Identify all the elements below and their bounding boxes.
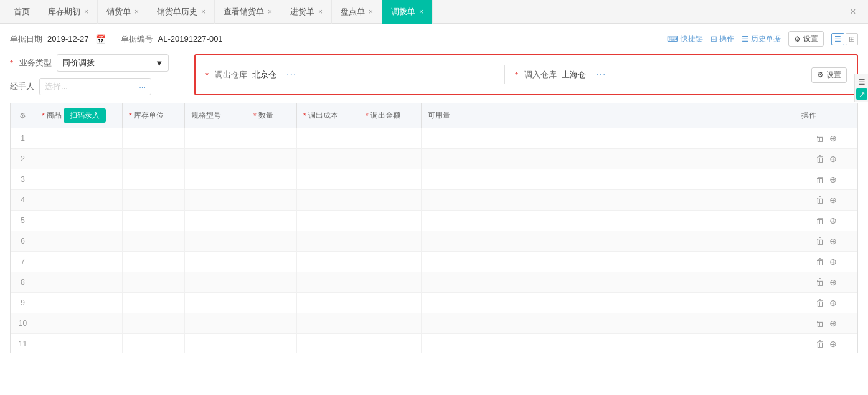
in-warehouse-section: * 调入仓库 上海仓 ··· xyxy=(515,69,804,80)
sidebar-list-icon[interactable]: ☰ xyxy=(856,76,867,87)
tab-transfer[interactable]: 调拨单 × xyxy=(382,0,433,24)
row-cost-1[interactable] xyxy=(297,128,359,148)
row-cost-2[interactable] xyxy=(297,149,359,169)
biz-type-dropdown[interactable]: 同价调拨 ▼ xyxy=(57,54,169,72)
row-qty-1[interactable] xyxy=(247,128,297,148)
out-warehouse-required: * xyxy=(205,70,209,80)
tab-home-label: 首页 xyxy=(14,6,30,17)
delete-icon[interactable]: 🗑 xyxy=(816,339,824,349)
gear-icon: ⚙ xyxy=(19,112,26,120)
delete-icon[interactable]: 🗑 xyxy=(816,133,824,143)
grid-view-icon[interactable]: ⊞ xyxy=(846,33,858,45)
close-all-tabs-button[interactable]: × xyxy=(843,0,863,24)
date-value: 2019-12-27 xyxy=(47,34,89,44)
row-product-2[interactable] xyxy=(35,149,123,169)
row-unit-1[interactable] xyxy=(123,128,185,148)
layout-toggle[interactable]: ☰ ⊞ xyxy=(831,33,858,45)
shortcut-action[interactable]: ⌨ 快捷键 xyxy=(667,34,703,44)
tab-view-sales-close[interactable]: × xyxy=(268,7,272,16)
delete-icon[interactable]: 🗑 xyxy=(816,174,824,184)
tab-sales-history-close[interactable]: × xyxy=(201,7,205,16)
row-ops-3: 🗑 ⊕ xyxy=(795,169,857,189)
biz-type-label: 业务类型 xyxy=(19,57,52,69)
header-row: 单据日期 2019-12-27 📅 单据编号 AL-20191227-001 ⌨… xyxy=(10,31,858,47)
delete-icon[interactable]: 🗑 xyxy=(816,154,824,164)
tab-view-sales[interactable]: 查看销货单 × xyxy=(215,0,281,24)
table-row: 5 🗑 ⊕ xyxy=(11,211,857,231)
date-label: 单据日期 xyxy=(10,34,42,45)
tab-sales-history[interactable]: 销货单历史 × xyxy=(148,0,215,24)
setting-gear-icon: ⚙ xyxy=(794,35,801,44)
list-view-icon[interactable]: ☰ xyxy=(831,33,844,45)
tab-inventory-init-close[interactable]: × xyxy=(84,7,88,16)
copy-icon[interactable]: ⊕ xyxy=(829,298,837,308)
tab-view-sales-label: 查看销货单 xyxy=(224,6,264,17)
tab-inventory[interactable]: 盘点单 × xyxy=(332,0,382,24)
copy-icon[interactable]: ⊕ xyxy=(829,277,837,287)
biz-type-chevron-icon: ▼ xyxy=(155,59,163,68)
calendar-icon[interactable]: 📅 xyxy=(95,34,106,44)
copy-icon[interactable]: ⊕ xyxy=(829,133,837,143)
tab-purchase-close[interactable]: × xyxy=(318,7,323,16)
table-row: 2 🗑 ⊕ xyxy=(11,149,857,169)
ops-icon: ⊞ xyxy=(710,34,717,44)
row-amount-2[interactable] xyxy=(359,149,422,169)
delete-icon[interactable]: 🗑 xyxy=(816,298,824,308)
sidebar-expand-icon[interactable]: ↗ xyxy=(856,88,867,100)
copy-icon[interactable]: ⊕ xyxy=(829,339,837,349)
person-placeholder: 选择... xyxy=(45,81,68,92)
setting-button[interactable]: ⚙ 设置 xyxy=(788,31,824,47)
table-header: ⚙ * 商品 扫码录入 * 库存单位 规格型号 * 数量 * 调出成本 xyxy=(11,103,857,128)
row-ops-2: 🗑 ⊕ xyxy=(795,149,857,169)
tab-inventory-close[interactable]: × xyxy=(369,7,373,16)
delete-icon[interactable]: 🗑 xyxy=(816,257,824,267)
copy-icon[interactable]: ⊕ xyxy=(829,195,837,205)
table-row: 8 🗑 ⊕ xyxy=(11,272,857,293)
scan-button[interactable]: 扫码录入 xyxy=(64,108,106,123)
tab-inventory-init[interactable]: 库存期初 × xyxy=(39,0,98,24)
row-qty-2[interactable] xyxy=(247,149,297,169)
tab-sales-order-close[interactable]: × xyxy=(134,7,139,16)
delete-icon[interactable]: 🗑 xyxy=(816,216,824,226)
out-warehouse-more-icon[interactable]: ··· xyxy=(286,69,296,80)
copy-icon[interactable]: ⊕ xyxy=(829,318,837,328)
row-unit-2[interactable] xyxy=(123,149,185,169)
copy-icon[interactable]: ⊕ xyxy=(829,216,837,226)
copy-icon[interactable]: ⊕ xyxy=(829,257,837,267)
ops-action[interactable]: ⊞ 操作 xyxy=(710,34,734,44)
delete-icon[interactable]: 🗑 xyxy=(816,195,824,205)
row-product-1[interactable] xyxy=(35,128,123,148)
out-warehouse-section: * 调出仓库 北京仓 ··· xyxy=(205,69,494,80)
delete-icon[interactable]: 🗑 xyxy=(816,236,824,246)
row-no-1: 1 xyxy=(11,128,35,148)
th-spec-label: 规格型号 xyxy=(191,110,221,121)
shortcut-label: 快捷键 xyxy=(681,34,703,44)
row-available-2[interactable] xyxy=(422,149,795,169)
in-warehouse-more-icon[interactable]: ··· xyxy=(596,69,606,80)
copy-icon[interactable]: ⊕ xyxy=(829,154,837,164)
tab-inventory-init-label: 库存期初 xyxy=(48,6,80,17)
th-ops: 操作 xyxy=(795,103,857,128)
delete-icon[interactable]: 🗑 xyxy=(816,318,824,328)
th-gear[interactable]: ⚙ xyxy=(11,103,35,128)
tab-purchase[interactable]: 进货单 × xyxy=(281,0,332,24)
tab-purchase-label: 进货单 xyxy=(290,6,314,17)
tab-home[interactable]: 首页 xyxy=(5,0,39,24)
delete-icon[interactable]: 🗑 xyxy=(816,277,824,287)
copy-icon[interactable]: ⊕ xyxy=(829,236,837,246)
th-product: * 商品 扫码录入 xyxy=(35,103,123,128)
docno-label: 单据编号 xyxy=(121,34,153,45)
in-warehouse-value: 上海仓 xyxy=(562,69,586,80)
row-amount-1[interactable] xyxy=(359,128,422,148)
tab-transfer-close[interactable]: × xyxy=(419,7,423,16)
person-dropdown[interactable]: 选择... ··· xyxy=(39,78,151,95)
history-action[interactable]: ☰ 历史单据 xyxy=(742,34,781,44)
warehouse-form: * 调出仓库 北京仓 ··· * 调入仓库 上海仓 ··· ⚙ 设置 xyxy=(194,54,858,95)
row-spec-1[interactable] xyxy=(185,128,247,148)
row-spec-2[interactable] xyxy=(185,149,247,169)
warehouse-setting-button[interactable]: ⚙ 设置 xyxy=(811,67,847,83)
setting-label: 设置 xyxy=(803,34,818,44)
row-available-1[interactable] xyxy=(422,128,795,148)
copy-icon[interactable]: ⊕ xyxy=(829,174,837,184)
tab-sales-order[interactable]: 销货单 × xyxy=(98,0,148,24)
